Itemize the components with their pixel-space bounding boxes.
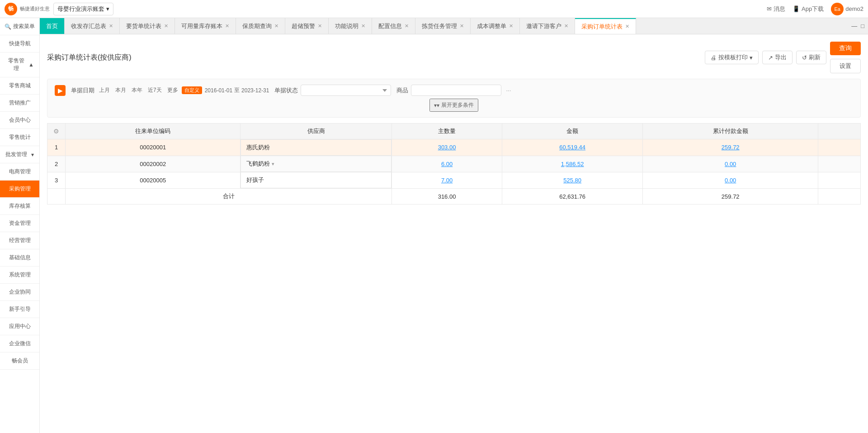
- tab-keyong[interactable]: 可用量库存账本 ✕: [175, 18, 236, 34]
- sidebar: 🔍 搜索菜单 快捷导航 零售管理 ▲ 零售商城 营销推广 会员中心 零售统计 批…: [0, 18, 40, 433]
- export-button[interactable]: ↗ 导出: [762, 51, 793, 64]
- sidebar-item-newguide[interactable]: 新手引导: [0, 301, 39, 318]
- filter-area: ▶ 单据日期 上月 本月 本年 近7天 更多 自定义 2016-01-01: [47, 79, 861, 118]
- sidebar-item-quicknav[interactable]: 快捷导航: [0, 35, 39, 52]
- tab-minimize-icon[interactable]: —: [851, 23, 857, 29]
- row-code: 00020002: [66, 156, 241, 172]
- page-title: 采购订单统计表(按供应商): [47, 53, 132, 62]
- paid-link[interactable]: 0.00: [725, 177, 736, 184]
- expand-more-button[interactable]: ▾▾ 展开更多条件: [429, 99, 478, 112]
- sidebar-item-marketing[interactable]: 营销推广: [0, 95, 39, 112]
- sidebar-item-search[interactable]: 🔍 搜索菜单: [0, 18, 39, 35]
- footer-paid: 259.72: [643, 189, 818, 205]
- tab-yaohuo[interactable]: 要货单统计表 ✕: [120, 18, 175, 34]
- sidebar-item-retailshop[interactable]: 零售商城: [0, 77, 39, 95]
- app-download-button[interactable]: 📱 App下载: [793, 5, 824, 13]
- shortcut-more[interactable]: 更多: [165, 86, 180, 95]
- tab-chengben[interactable]: 成本调整单 ✕: [471, 18, 520, 34]
- tab-shoufa[interactable]: 收发存汇总表 ✕: [65, 18, 120, 34]
- logo-icon: 畅: [5, 3, 17, 15]
- top-bar: 畅 畅捷通好生意 母婴行业演示账套 ▾ ✉ 消息 📱 App下载 Ea demo…: [0, 0, 868, 18]
- row-quantity: 303.00: [392, 139, 502, 156]
- user-profile[interactable]: Ea demo2: [831, 3, 863, 15]
- tab-close-pihuo[interactable]: ✕: [460, 23, 464, 29]
- tab-close-yaoqing[interactable]: ✕: [564, 23, 568, 29]
- table-footer: 合计 316.00 62,631.76 259.72: [47, 189, 861, 205]
- quantity-link[interactable]: 6.00: [441, 161, 453, 167]
- tab-close-gongneng[interactable]: ✕: [361, 23, 365, 29]
- search-icon: 🔍: [5, 24, 11, 30]
- shortcut-7days[interactable]: 近7天: [146, 86, 164, 95]
- status-select[interactable]: [301, 85, 391, 96]
- sidebar-item-finance[interactable]: 资金管理: [0, 215, 39, 232]
- col-amount: 金额: [502, 124, 643, 139]
- page-title-bar: 采购订单统计表(按供应商) 🖨 按模板打印 ▾ ↗ 导出 ↺ 刷新: [47, 42, 861, 73]
- paid-link[interactable]: 0.00: [725, 161, 736, 167]
- tab-close-caigou[interactable]: ✕: [625, 24, 629, 29]
- sidebar-item-system[interactable]: 系统管理: [0, 266, 39, 284]
- main-layout: 🔍 搜索菜单 快捷导航 零售管理 ▲ 零售商城 营销推广 会员中心 零售统计 批…: [0, 18, 868, 433]
- tab-close-keyong[interactable]: ✕: [225, 23, 229, 29]
- expand-arrow-icon: ▾▾: [434, 102, 439, 109]
- message-button[interactable]: ✉ 消息: [767, 5, 785, 13]
- sidebar-item-ops[interactable]: 经营管理: [0, 232, 39, 249]
- row-code: 00020001: [66, 139, 241, 156]
- refresh-icon: ↺: [802, 54, 807, 61]
- tab-chaochuyujing[interactable]: 超储预警 ✕: [285, 18, 329, 34]
- workspace-selector[interactable]: 母婴行业演示账套 ▾: [53, 3, 113, 15]
- sidebar-item-member[interactable]: 会员中心: [0, 112, 39, 129]
- tab-close-baozhiqi[interactable]: ✕: [274, 23, 278, 29]
- download-icon: 📱: [793, 5, 800, 12]
- sidebar-item-collab[interactable]: 企业协同: [0, 284, 39, 301]
- tab-close-chengben[interactable]: ✕: [509, 23, 513, 29]
- row-amount: 60,519.44: [502, 139, 643, 156]
- sidebar-item-retailstat[interactable]: 零售统计: [0, 129, 39, 146]
- tab-gongneng[interactable]: 功能说明 ✕: [329, 18, 372, 34]
- refresh-button[interactable]: ↺ 刷新: [796, 51, 826, 64]
- row-paid: 259.72: [643, 139, 818, 156]
- tab-baozhiqi[interactable]: 保质期查询 ✕: [236, 18, 285, 34]
- sidebar-item-vip[interactable]: 畅会员: [0, 352, 39, 370]
- shortcut-this-month[interactable]: 本月: [113, 86, 128, 95]
- column-settings-icon[interactable]: ⚙: [53, 128, 59, 135]
- sidebar-item-appcenter[interactable]: 应用中心: [0, 318, 39, 335]
- page-actions: 🖨 按模板打印 ▾ ↗ 导出 ↺ 刷新 查询 设置: [705, 42, 861, 73]
- shortcut-this-year[interactable]: 本年: [130, 86, 144, 95]
- date-range: 2016-01-01 至 2023-12-31: [205, 86, 269, 94]
- query-button[interactable]: 查询: [830, 42, 861, 55]
- sidebar-item-ecom[interactable]: 电商管理: [0, 163, 39, 181]
- expand-row-icon[interactable]: ▾: [272, 161, 274, 167]
- tab-pihuo[interactable]: 拣货任务管理 ✕: [415, 18, 471, 34]
- tab-maximize-icon[interactable]: □: [861, 23, 864, 29]
- settings-button[interactable]: 设置: [830, 59, 861, 73]
- filter-toggle-button[interactable]: ▶: [55, 85, 66, 96]
- tab-home[interactable]: 首页: [40, 18, 65, 34]
- quantity-link[interactable]: 7.00: [441, 177, 453, 184]
- sidebar-item-basic[interactable]: 基础信息: [0, 249, 39, 266]
- amount-link[interactable]: 60,519.44: [559, 144, 585, 151]
- tab-caigou[interactable]: 采购订单统计表 ✕: [575, 18, 636, 34]
- table-header: ⚙ 往来单位编码 供应商 主数量 金额 累计付款金额: [47, 124, 861, 139]
- quantity-link[interactable]: 303.00: [438, 144, 456, 151]
- tab-close-yaohuo[interactable]: ✕: [164, 23, 168, 29]
- tab-peizhi[interactable]: 配置信息 ✕: [372, 18, 415, 34]
- sidebar-item-retail[interactable]: 零售管理 ▲: [0, 52, 39, 77]
- sidebar-item-wholesale[interactable]: 批发管理 ▾: [0, 146, 39, 163]
- commodity-input[interactable]: [411, 85, 501, 96]
- tab-yaoqing[interactable]: 邀请下游客户 ✕: [520, 18, 575, 34]
- chevron-down-icon: ▾: [106, 5, 109, 12]
- sidebar-item-wechat[interactable]: 企业微信: [0, 335, 39, 352]
- amount-link[interactable]: 1,586.52: [561, 161, 584, 167]
- tab-close-peizhi[interactable]: ✕: [405, 23, 409, 29]
- amount-link[interactable]: 525.80: [563, 177, 581, 184]
- sidebar-item-purchase[interactable]: 采购管理: [0, 181, 39, 198]
- print-button[interactable]: 🖨 按模板打印 ▾: [705, 51, 759, 64]
- filter-status-group: 单据状态: [274, 85, 391, 96]
- tab-close-chaochuyujing[interactable]: ✕: [318, 23, 322, 29]
- paid-link[interactable]: 259.72: [722, 144, 740, 151]
- sidebar-item-inventory[interactable]: 库存核算: [0, 198, 39, 215]
- shortcut-last-month[interactable]: 上月: [97, 86, 112, 95]
- more-commodity-button[interactable]: ···: [504, 87, 513, 94]
- query-actions: 查询 设置: [830, 42, 861, 73]
- tab-close-shoufa[interactable]: ✕: [109, 23, 113, 29]
